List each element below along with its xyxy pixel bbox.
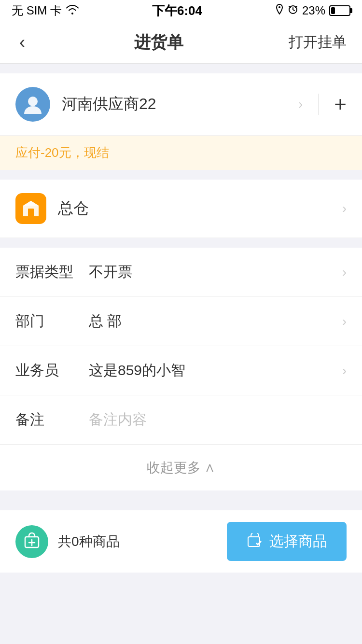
salesman-row[interactable]: 业务员 这是859的小智 › <box>0 346 362 395</box>
remark-row[interactable]: 备注 备注内容 <box>0 395 362 445</box>
open-pending-button[interactable]: 打开挂单 <box>289 32 347 52</box>
warehouse-row[interactable]: 总仓 › <box>0 180 362 238</box>
bill-type-row[interactable]: 票据类型 不开票 › <box>0 248 362 297</box>
department-label: 部门 <box>15 311 73 331</box>
status-time: 下午6:04 <box>152 2 202 19</box>
warehouse-arrow-icon: › <box>342 201 347 216</box>
battery-icon <box>329 5 350 16</box>
status-bar: 无 SIM 卡 下午6:04 23% <box>0 0 362 21</box>
status-left: 无 SIM 卡 <box>12 3 79 18</box>
warehouse-icon <box>15 193 46 224</box>
location-icon <box>275 4 284 17</box>
svg-rect-3 <box>28 209 34 216</box>
select-product-button[interactable]: 选择商品 <box>227 522 347 561</box>
add-supplier-button[interactable]: + <box>334 92 347 116</box>
product-count-text: 共0种商品 <box>58 532 227 551</box>
svg-point-0 <box>278 6 280 8</box>
vertical-divider <box>318 94 319 115</box>
section-gap-4 <box>0 490 362 500</box>
remark-label: 备注 <box>15 410 73 430</box>
wifi-icon <box>66 4 79 17</box>
page-title: 进货单 <box>134 31 183 54</box>
battery-percent: 23% <box>302 4 325 17</box>
back-button[interactable]: ‹ <box>15 28 29 56</box>
product-icon <box>15 525 48 558</box>
warehouse-name: 总仓 <box>58 198 342 219</box>
department-arrow-icon: › <box>342 314 347 329</box>
salesman-arrow-icon: › <box>342 363 347 378</box>
status-right: 23% <box>275 4 350 17</box>
salesman-label: 业务员 <box>15 361 73 380</box>
supplier-section: 河南供应商22 › + 应付-20元，现结 <box>0 73 362 170</box>
remark-placeholder[interactable]: 备注内容 <box>73 410 347 430</box>
notice-text: 应付-20元，现结 <box>15 145 109 160</box>
supplier-arrow-icon: › <box>298 97 303 112</box>
warehouse-section: 总仓 › <box>0 180 362 238</box>
supplier-row[interactable]: 河南供应商22 › + <box>0 73 362 136</box>
select-product-label: 选择商品 <box>269 532 327 551</box>
collapse-label: 收起更多 ∧ <box>147 459 216 477</box>
department-row[interactable]: 部门 总 部 › <box>0 297 362 346</box>
form-section: 票据类型 不开票 › 部门 总 部 › 业务员 这是859的小智 › 备注 备注… <box>0 248 362 490</box>
notice-bar: 应付-20元，现结 <box>0 136 362 170</box>
collapse-button[interactable]: 收起更多 ∧ <box>0 445 362 490</box>
nav-bar: ‹ 进货单 打开挂单 <box>0 21 362 64</box>
supplier-avatar <box>15 87 50 122</box>
supplier-name: 河南供应商22 <box>62 94 298 115</box>
department-value: 总 部 <box>73 311 342 331</box>
alarm-icon <box>288 4 298 17</box>
bill-type-label: 票据类型 <box>15 262 73 282</box>
bill-type-value: 不开票 <box>73 262 342 282</box>
bill-type-arrow-icon: › <box>342 265 347 280</box>
section-gap-2 <box>0 170 362 180</box>
section-gap-3 <box>0 238 362 248</box>
carrier-text: 无 SIM 卡 <box>12 3 62 18</box>
bottom-bar: 共0种商品 选择商品 <box>0 510 362 573</box>
salesman-value: 这是859的小智 <box>73 361 342 380</box>
svg-point-2 <box>28 97 38 106</box>
section-gap-1 <box>0 64 362 73</box>
page-background <box>0 573 362 644</box>
